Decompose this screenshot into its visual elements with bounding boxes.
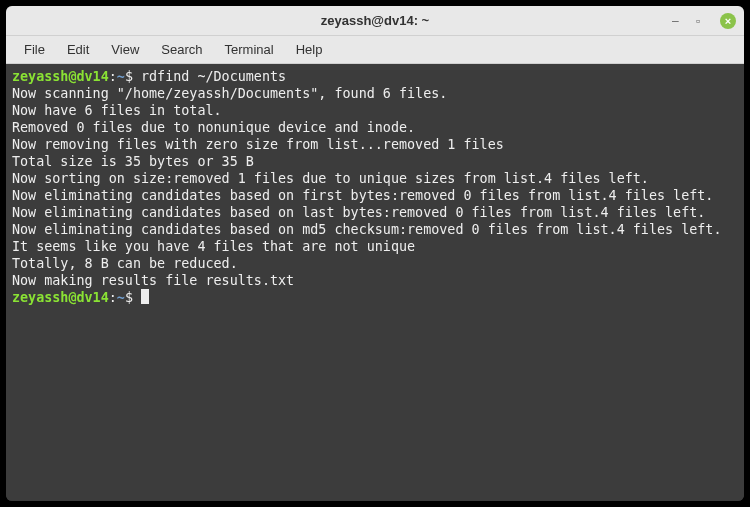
window-title: zeyassh@dv14: ~ xyxy=(321,13,429,28)
output-line: Now sorting on size:removed 1 files due … xyxy=(12,171,649,186)
prompt-dollar: $ xyxy=(125,290,141,305)
menu-edit[interactable]: Edit xyxy=(57,38,99,61)
menu-terminal[interactable]: Terminal xyxy=(215,38,284,61)
output-line: Now have 6 files in total. xyxy=(12,103,222,118)
output-line: Now removing files with zero size from l… xyxy=(12,137,504,152)
prompt-path: ~ xyxy=(117,69,125,84)
output-line: Totally, 8 B can be reduced. xyxy=(12,256,238,271)
window-controls: – ▫ × xyxy=(672,13,736,29)
output-line: It seems like you have 4 files that are … xyxy=(12,239,415,254)
minimize-button[interactable]: – xyxy=(672,16,682,26)
maximize-button[interactable]: ▫ xyxy=(696,16,706,26)
menu-help[interactable]: Help xyxy=(286,38,333,61)
cursor-icon xyxy=(141,289,149,304)
command-text: rdfind ~/Documents xyxy=(141,69,286,84)
output-line: Now eliminating candidates based on md5 … xyxy=(12,222,721,237)
close-button[interactable]: × xyxy=(720,13,736,29)
prompt-path: ~ xyxy=(117,290,125,305)
menu-view[interactable]: View xyxy=(101,38,149,61)
output-line: Now making results file results.txt xyxy=(12,273,294,288)
prompt-colon: : xyxy=(109,69,117,84)
prompt-user-host: zeyassh@dv14 xyxy=(12,290,109,305)
output-line: Now eliminating candidates based on last… xyxy=(12,205,705,220)
output-line: Removed 0 files due to nonunique device … xyxy=(12,120,415,135)
output-line: Total size is 35 bytes or 35 B xyxy=(12,154,254,169)
menu-search[interactable]: Search xyxy=(151,38,212,61)
terminal-window: zeyassh@dv14: ~ – ▫ × File Edit View Sea… xyxy=(6,6,744,501)
titlebar: zeyassh@dv14: ~ – ▫ × xyxy=(6,6,744,36)
output-line: Now scanning "/home/zeyassh/Documents", … xyxy=(12,86,447,101)
prompt-dollar: $ xyxy=(125,69,141,84)
terminal-body[interactable]: zeyassh@dv14:~$ rdfind ~/Documents Now s… xyxy=(6,64,744,501)
prompt-user-host: zeyassh@dv14 xyxy=(12,69,109,84)
output-line: Now eliminating candidates based on firs… xyxy=(12,188,713,203)
menubar: File Edit View Search Terminal Help xyxy=(6,36,744,64)
prompt-colon: : xyxy=(109,290,117,305)
menu-file[interactable]: File xyxy=(14,38,55,61)
